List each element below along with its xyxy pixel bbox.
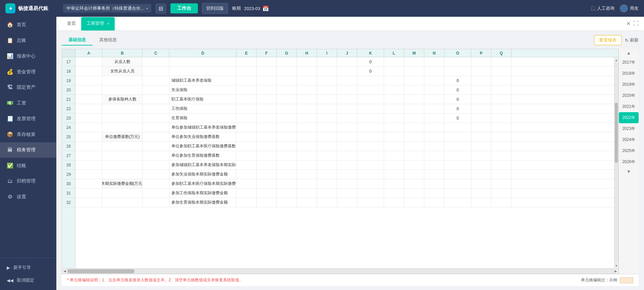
cell-19-E[interactable] [236,76,257,85]
cell-31-F[interactable] [257,189,277,198]
tab-home[interactable]: 首页 [62,17,81,30]
cell-29-E[interactable] [236,170,257,179]
cell-27-L[interactable] [384,151,404,160]
cell-27-D[interactable]: 单位参加生育保险缴费基数 [169,151,236,160]
cell-23-D[interactable]: 生育保险 [169,114,236,123]
table-row[interactable]: 参加工伤保险本期实际缴费金额 [75,189,614,198]
cell-32-H[interactable] [297,198,317,207]
user-area[interactable]: 👤 用友 [620,4,639,12]
cell-27-F[interactable] [257,151,277,160]
cell-30-C[interactable] [143,179,169,188]
cell-19-D[interactable]: 城镇职工基本养老保险 [169,76,236,85]
cell-19-H[interactable] [297,76,317,85]
cell-30-D[interactable]: 参加职工基本医疗保险本期实际缴费金额 [169,179,236,188]
cell-23-L[interactable] [384,114,404,123]
sidebar-item-closing[interactable]: ✅ 结账 [0,158,56,173]
cell-22-M[interactable] [404,104,424,113]
cell-24-B[interactable] [102,123,143,132]
cell-24-Q[interactable] [491,123,512,132]
cell-26-L[interactable] [384,142,404,151]
table-row[interactable]: 参保各险种人数 职工基本医疗保险 [75,95,614,104]
cell-27-O[interactable] [444,151,471,160]
cell-25-J[interactable] [337,132,357,141]
cell-21-G[interactable] [277,95,297,104]
cell-28-Q[interactable] [491,160,512,169]
cell-18-J[interactable] [337,67,357,76]
cell-27-E[interactable] [236,151,257,160]
cell-17-F[interactable] [257,57,277,66]
cell-25-M[interactable] [404,132,424,141]
tab-close-icon[interactable]: × [107,21,109,25]
cell-32-K[interactable] [357,198,384,207]
cell-22-D[interactable]: 工伤保险 [169,104,236,113]
cell-31-L[interactable] [384,189,404,198]
cell-19-A[interactable] [75,76,102,85]
cell-26-O[interactable] [444,142,471,151]
cell-17-A[interactable] [75,57,102,66]
table-row[interactable]: 参加失业保险本期实际缴费金额 [75,170,614,179]
scroll-up-button[interactable]: ▲ [614,57,618,63]
year-2018[interactable]: 2018年 [619,68,639,79]
cell-31-A[interactable] [75,189,102,198]
cell-32-G[interactable] [277,198,297,207]
cell-22-Q[interactable] [491,104,512,113]
cell-20-D[interactable]: 失业保险 [169,85,236,94]
table-row[interactable]: 单位参加城镇职工基本养老保险缴费基数 [75,123,614,132]
cell-20-J[interactable] [337,85,357,94]
table-row[interactable]: 女性从业人员 0 [75,67,614,76]
cell-24-K[interactable] [357,123,384,132]
cell-25-N[interactable] [424,132,444,141]
table-row[interactable]: 城镇职工基本养老保险 0 [75,76,614,85]
cell-26-M[interactable] [404,142,424,151]
cell-19-O[interactable]: 0 [444,76,471,85]
cell-25-F[interactable] [257,132,277,141]
cell-26-H[interactable] [297,142,317,151]
sidebar-item-home[interactable]: 🏠 首页 [0,17,56,32]
cell-24-I[interactable] [317,123,337,132]
cell-27-Q[interactable] [491,151,512,160]
cell-17-D[interactable] [169,57,236,66]
year-2026[interactable]: 2026年 [619,156,639,167]
cell-24-A[interactable] [75,123,102,132]
cell-27-I[interactable] [317,151,337,160]
cell-25-L[interactable] [384,132,404,141]
cell-19-P[interactable] [471,76,491,85]
cell-31-M[interactable] [404,189,424,198]
cell-31-B[interactable] [102,189,143,198]
cell-29-H[interactable] [297,170,317,179]
sidebar-item-payroll[interactable]: 💵 工资 [0,95,56,111]
table-row[interactable]: 参加生育保险本期实际缴费金额 [75,198,614,207]
cell-25-B[interactable]: 单位缴费基数(万元) [102,132,143,141]
cell-27-C[interactable] [143,151,169,160]
cell-24-G[interactable] [277,123,297,132]
cell-25-K[interactable] [357,132,384,141]
cell-20-O[interactable]: 0 [444,85,471,94]
cell-28-A[interactable] [75,160,102,169]
cell-20-L[interactable] [384,85,404,94]
cell-24-M[interactable] [404,123,424,132]
scroll-thumb[interactable] [615,103,618,163]
cell-27-P[interactable] [471,151,491,160]
year-2021[interactable]: 2021年 [619,101,639,112]
cell-17-E[interactable] [236,57,257,66]
cell-18-B[interactable]: 女性从业人员 [102,67,143,76]
cell-23-F[interactable] [257,114,277,123]
cell-28-D[interactable]: 参加城镇职工基本养老保险本期实际缴费金额 [169,160,236,169]
cell-31-N[interactable] [424,189,444,198]
cell-18-K[interactable]: 0 [357,67,384,76]
cell-30-G[interactable] [277,179,297,188]
service-button[interactable]: 🎧 人工咨询 [590,5,614,11]
cell-19-B[interactable] [102,76,143,85]
cell-20-E[interactable] [236,85,257,94]
cell-26-B[interactable] [102,142,143,151]
table-row[interactable]: 本期实际缴费金额(万元) 参加职工基本医疗保险本期实际缴费金额 [75,179,614,189]
cell-32-O[interactable] [444,198,471,207]
cell-24-E[interactable] [236,123,257,132]
cell-29-J[interactable] [337,170,357,179]
cell-19-I[interactable] [317,76,337,85]
year-2017[interactable]: 2017年 [619,57,639,68]
cell-32-I[interactable] [317,198,337,207]
calendar-icon[interactable]: 📅 [262,5,269,12]
cell-31-P[interactable] [471,189,491,198]
cell-23-M[interactable] [404,114,424,123]
